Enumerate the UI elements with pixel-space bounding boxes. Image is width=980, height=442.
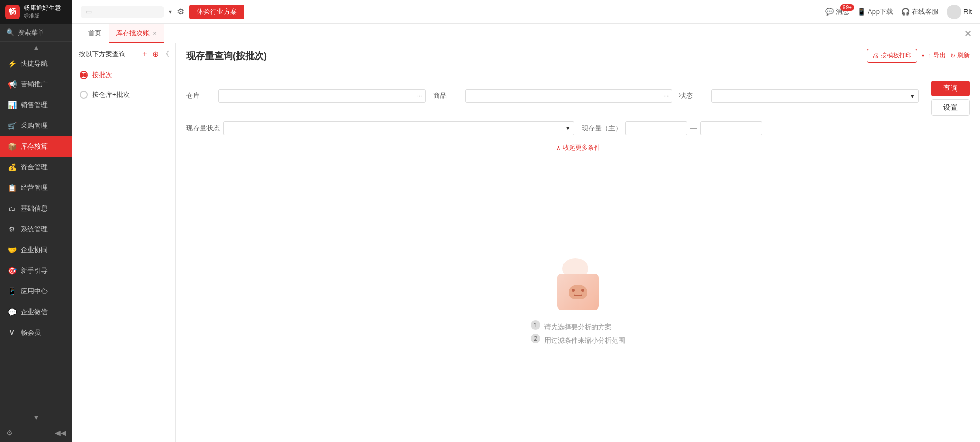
- goods-more-btn[interactable]: ···: [660, 90, 672, 101]
- settings-btn[interactable]: 设置: [931, 99, 970, 116]
- sidebar-item-newbie[interactable]: 🎯 新手引导: [0, 260, 72, 281]
- sidebar-item-inventory[interactable]: 📦 库存核算: [0, 136, 72, 157]
- sidebar-item-operations[interactable]: 📋 经营管理: [0, 178, 72, 198]
- export-btn[interactable]: ↑ 导出: [928, 51, 946, 60]
- filter-panel-title: 按以下方案查询: [79, 50, 126, 59]
- goods-input[interactable]: [466, 90, 661, 102]
- status-label: 状态: [679, 91, 708, 100]
- filter-settings-btn[interactable]: ⊕: [152, 49, 159, 60]
- wechat-icon: 💬: [7, 307, 17, 317]
- trial-industry-btn[interactable]: 体验行业方案: [189, 5, 244, 19]
- scroll-up-btn[interactable]: ▲: [0, 42, 72, 53]
- filter-collapse-btn[interactable]: 《: [162, 49, 169, 60]
- empty-tips: 1 请先选择要分析的方案 2 用过滤条件来缩小分析范围: [531, 320, 625, 347]
- app-logo: 畅: [5, 5, 20, 19]
- search-icon: 🔍: [6, 28, 14, 36]
- print-btn[interactable]: 🖨 按模板打印: [867, 49, 917, 63]
- sidebar-nav: ⚡ 快捷导航 📢 营销推广 📊 销售管理 🛒 采购管理 📦 库存核算 💰 资金管…: [0, 53, 72, 411]
- warehouse-input[interactable]: [219, 90, 414, 102]
- sidebar-item-quick-nav[interactable]: ⚡ 快捷导航: [0, 53, 72, 74]
- filter-form: 仓库 ··· 商品 ··· 状态: [176, 68, 980, 163]
- avatar: [947, 5, 961, 19]
- stock-qty-max[interactable]: [700, 121, 762, 135]
- tab-close-icon[interactable]: ✕: [153, 31, 157, 36]
- app-subtitle: 标准版: [24, 12, 61, 20]
- collapse-sidebar-btn[interactable]: ◀◀: [55, 429, 66, 437]
- warehouse-field: 仓库 ···: [186, 89, 426, 103]
- sidebar-item-member[interactable]: V 畅会员: [0, 322, 72, 343]
- filter-row-1: 仓库 ··· 商品 ··· 状态: [186, 76, 970, 116]
- filter-row-2: 现存量状态 ▾ 现存量（主） —: [186, 121, 970, 135]
- member-icon: V: [7, 328, 17, 337]
- topbar: ▭ ▾ ⚙ 体验行业方案 💬 消息 99+ 📱 App下载 🎧 在线客服 Rit: [72, 0, 980, 24]
- filter-radio-by-batch: [80, 71, 88, 79]
- settings-btn[interactable]: ⚙: [6, 429, 13, 437]
- warehouse-more-btn[interactable]: ···: [414, 90, 425, 101]
- app-title: 畅康通好生意: [24, 4, 61, 12]
- sales-icon: 📊: [7, 100, 17, 110]
- sidebar-item-basic[interactable]: 🗂 基础信息: [0, 198, 72, 219]
- range-separator: —: [690, 124, 697, 132]
- stock-qty-range: —: [625, 121, 970, 135]
- topbar-search-box[interactable]: ▭: [81, 6, 164, 18]
- app-download-btn[interactable]: 📱 App下载: [857, 7, 893, 17]
- sidebar-search[interactable]: 🔍 搜索菜单: [0, 24, 72, 42]
- print-dropdown-btn[interactable]: ▾: [922, 53, 924, 58]
- headset-icon: 🎧: [901, 8, 910, 16]
- empty-state: 1 请先选择要分析的方案 2 用过滤条件来缩小分析范围: [176, 163, 980, 442]
- app-center-icon: 📱: [7, 287, 17, 296]
- sidebar: 畅 畅康通好生意 标准版 🔍 搜索菜单 ▲ ⚡ 快捷导航 📢 营销推广 📊 销售…: [0, 0, 72, 442]
- query-btn[interactable]: 查询: [931, 81, 970, 96]
- system-icon: ⚙: [7, 225, 17, 234]
- scroll-down-btn[interactable]: ▼: [0, 411, 72, 423]
- purchase-icon: 🛒: [7, 121, 17, 130]
- main-content: 现存量查询(按批次) 🖨 按模板打印 ▾ ↑ 导出 ↻ 刷新: [176, 43, 980, 442]
- tab-home[interactable]: 首页: [81, 24, 109, 43]
- refresh-icon: ↻: [950, 52, 955, 60]
- sidebar-bottom: ⚙ ◀◀: [0, 423, 72, 442]
- action-buttons: 查询 设置: [926, 76, 970, 116]
- filter-list: 按批次 按仓库+批次: [72, 65, 175, 442]
- tab-inventory-batch[interactable]: 库存批次账 ✕: [109, 24, 164, 43]
- enterprise-icon: 🤝: [7, 245, 17, 255]
- stock-status-select[interactable]: ▾: [223, 121, 574, 135]
- sidebar-item-enterprise[interactable]: 🤝 企业协同: [0, 240, 72, 260]
- sidebar-item-app-center[interactable]: 📱 应用中心: [0, 281, 72, 302]
- filter-add-btn[interactable]: ＋: [141, 49, 149, 60]
- warehouse-input-wrapper: ···: [218, 89, 426, 103]
- stock-status-label: 现存量状态: [186, 124, 220, 133]
- filter-header: 按以下方案查询 ＋ ⊕ 《: [72, 43, 175, 65]
- sidebar-item-purchase[interactable]: 🛒 采购管理: [0, 115, 72, 136]
- stock-status-field: 现存量状态 ▾: [186, 121, 574, 135]
- filter-radio-by-warehouse-batch: [80, 91, 88, 99]
- topbar-dropdown-btn[interactable]: ▾: [169, 8, 172, 16]
- message-badge: 99+: [840, 4, 854, 11]
- content-area: 按以下方案查询 ＋ ⊕ 《 按批次 按仓库+批次: [72, 43, 980, 442]
- tip-item-1: 1 请先选择要分析的方案: [531, 320, 625, 334]
- goods-label: 商品: [433, 91, 462, 100]
- tip-item-2: 2 用过滤条件来缩小分析范围: [531, 334, 625, 347]
- stock-qty-label: 现存量（主）: [582, 124, 622, 133]
- panel-close-btn[interactable]: ✕: [964, 28, 972, 39]
- stock-qty-field: 现存量（主） —: [582, 121, 970, 135]
- username: Rit: [963, 8, 972, 16]
- status-field: 状态 ▾: [679, 89, 919, 103]
- message-icon: 💬: [825, 8, 834, 16]
- filter-collapse-btn[interactable]: ∧ 收起更多条件: [186, 140, 970, 155]
- stock-qty-min[interactable]: [625, 121, 687, 135]
- refresh-btn[interactable]: ↻ 刷新: [950, 51, 970, 60]
- user-menu[interactable]: Rit: [947, 5, 972, 19]
- goods-field: 商品 ···: [433, 89, 673, 103]
- sidebar-item-system[interactable]: ⚙ 系统管理: [0, 219, 72, 240]
- sidebar-item-wechat[interactable]: 💬 企业微信: [0, 302, 72, 322]
- online-service-btn[interactable]: 🎧 在线客服: [901, 7, 939, 17]
- sidebar-item-finance[interactable]: 💰 资金管理: [0, 157, 72, 178]
- topbar-gear-btn[interactable]: ⚙: [177, 7, 184, 17]
- marketing-icon: 📢: [7, 80, 17, 89]
- filter-option-by-batch[interactable]: 按批次: [72, 65, 175, 85]
- filter-option-by-warehouse-batch[interactable]: 按仓库+批次: [72, 85, 175, 105]
- message-btn[interactable]: 💬 消息 99+: [825, 7, 849, 17]
- status-select[interactable]: ▾: [711, 89, 919, 103]
- sidebar-item-sales[interactable]: 📊 销售管理: [0, 95, 72, 115]
- sidebar-item-marketing[interactable]: 📢 营销推广: [0, 74, 72, 95]
